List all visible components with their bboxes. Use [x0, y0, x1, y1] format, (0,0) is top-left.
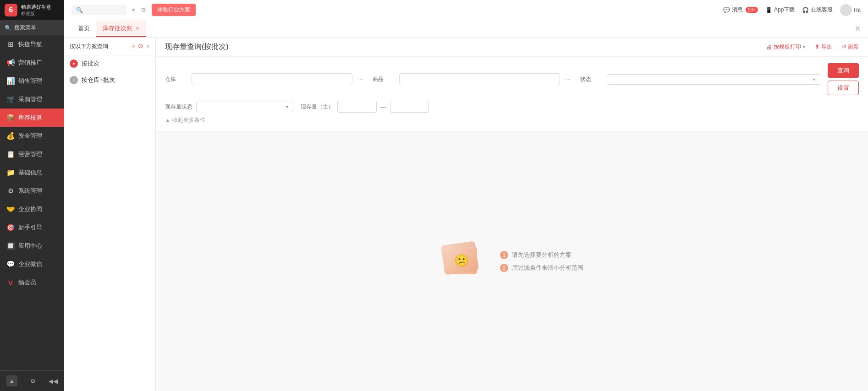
tab-close-icon[interactable]: ✕ — [135, 25, 140, 32]
user-profile[interactable]: Rit — [840, 4, 861, 16]
app-title: 畅康通好生意 标准版 — [21, 4, 51, 16]
page-actions: 🖨 按模板打印 ▾ ⬆ 导出 ↺ 刷新 — [766, 43, 859, 51]
messages-icon: 💬 — [723, 7, 730, 13]
gear-icon[interactable]: ⚙ — [30, 378, 36, 385]
collapse-up-icon: ▲ — [165, 117, 170, 124]
collapse-sidebar-icon[interactable]: ◀◀ — [49, 378, 58, 385]
collapse-panel-icon[interactable]: « — [146, 42, 150, 50]
scheme-inactive-icon: ○ — [70, 76, 78, 84]
product-input[interactable] — [399, 73, 560, 85]
inventory-qty-max[interactable] — [390, 101, 429, 113]
empty-tips: 1 请先选择要分析的方案 2 用过滤条件来缩小分析范围 — [500, 251, 583, 272]
warehouse-label: 仓库 — [165, 76, 188, 83]
product-label: 商品 — [373, 76, 396, 83]
empty-tip-2: 2 用过滤条件来缩小分析范围 — [500, 264, 583, 272]
inventory-status-group: 现存量状态 ▾ — [165, 102, 293, 112]
scheme-item-warehouse-batch[interactable]: ○ 按仓库+批次 — [64, 72, 155, 88]
tip-num-2: 2 — [500, 264, 508, 272]
print-icon: 🖨 — [766, 44, 772, 50]
filter-row-1: 仓库 ··· 商品 ··· 状态 ▾ — [165, 63, 859, 95]
warehouse-more[interactable]: ··· — [356, 76, 365, 83]
experience-button[interactable]: 体验行业方案 — [152, 4, 196, 16]
sidebar-item-operations[interactable]: 📋 经营管理 — [0, 145, 64, 163]
sidebar-item-appstore[interactable]: 🔲 应用中心 — [0, 237, 64, 255]
status-select[interactable]: ▾ — [607, 74, 820, 85]
sidebar-item-wechat[interactable]: 💬 企业微信 — [0, 255, 64, 273]
inventory-status-label: 现存量状态 — [165, 103, 192, 111]
sidebar-item-quicknav[interactable]: ⊞ 快捷导航 — [0, 35, 64, 54]
inventory-status-select[interactable]: ▾ — [196, 102, 293, 112]
empty-state: 😕 1 请先选择要分析的方案 2 用过滤条件来缩小分析范围 — [156, 132, 868, 391]
collapse-more-conditions[interactable]: ▲ 收起更多条件 — [165, 113, 859, 125]
sidebar-search[interactable]: 🔍 搜索菜单 — [0, 20, 64, 35]
sidebar-item-system[interactable]: ⚙ 系统管理 — [0, 182, 64, 200]
messages-badge: 99+ — [746, 7, 758, 13]
marketing-icon: 📢 — [6, 59, 15, 67]
warehouse-input[interactable] — [192, 73, 352, 85]
page-header: 现存量查询(按批次) 🖨 按模板打印 ▾ ⬆ 导出 ↺ 刷 — [156, 38, 868, 57]
phone-icon: 📱 — [765, 7, 772, 13]
divider2 — [837, 44, 837, 50]
close-panel-button[interactable]: ✕ — [855, 24, 861, 33]
empty-tip-1: 1 请先选择要分析的方案 — [500, 251, 583, 259]
tip-num-1: 1 — [500, 251, 508, 259]
headset-icon: 🎧 — [802, 7, 809, 13]
export-icon: ⬆ — [815, 43, 819, 50]
topbar-dropdown-icon[interactable]: ▾ — [132, 6, 135, 13]
sidebar-item-inventory[interactable]: 📦 库存核算 — [0, 109, 64, 127]
filter-area: 仓库 ··· 商品 ··· 状态 ▾ — [156, 57, 868, 132]
tab-inventory-batch[interactable]: 库存批次账 ✕ — [96, 21, 146, 37]
sidebar-item-newbie[interactable]: 🎯 新手引导 — [0, 218, 64, 237]
sidebar-scroll-up[interactable]: ▲ — [6, 375, 17, 386]
export-button[interactable]: ⬆ 导出 — [815, 43, 832, 51]
refresh-button[interactable]: ↺ 刷新 — [842, 43, 859, 51]
dash: — — [380, 103, 386, 110]
sidebar-item-collab[interactable]: 🤝 企业协同 — [0, 200, 64, 218]
sidebar-item-marketing[interactable]: 📢 营销推广 — [0, 54, 64, 72]
newbie-icon: 🎯 — [6, 223, 15, 232]
app-download-btn[interactable]: 📱 App下载 — [765, 6, 795, 14]
main-area: 🔍 ▾ ⚙ 体验行业方案 💬 消息 99+ 📱 App下载 🎧 在线客服 Rit — [64, 0, 868, 391]
sidebar-item-purchase[interactable]: 🛒 采购管理 — [0, 90, 64, 109]
wechat-icon: 💬 — [6, 260, 15, 268]
right-panel: 现存量查询(按批次) 🖨 按模板打印 ▾ ⬆ 导出 ↺ 刷 — [156, 38, 868, 391]
print-button[interactable]: 🖨 按模板打印 ▾ — [766, 43, 805, 51]
inventory-icon: 📦 — [6, 114, 15, 122]
status-label: 状态 — [580, 76, 603, 83]
topbar-settings-icon[interactable]: ⚙ — [141, 6, 146, 13]
tab-home[interactable]: 首页 — [71, 21, 96, 37]
inventory-qty-group: 现存量（主） — — [301, 101, 429, 113]
filter-row-2: 现存量状态 ▾ 现存量（主） — — [165, 101, 859, 113]
query-button[interactable]: 查询 — [828, 63, 859, 78]
sidebar-item-sales[interactable]: 📊 销售管理 — [0, 72, 64, 90]
system-icon: ⚙ — [6, 187, 15, 195]
purchase-icon: 🛒 — [6, 95, 15, 103]
left-panel-actions: + ⊙ « — [131, 42, 150, 50]
scheme-item-batch[interactable]: ● 按批次 — [64, 55, 155, 72]
online-service-btn[interactable]: 🎧 在线客服 — [802, 6, 833, 14]
sidebar-item-member[interactable]: V 畅会员 — [0, 273, 64, 292]
add-scheme-icon[interactable]: + — [131, 42, 135, 50]
sidebar: 6 畅康通好生意 标准版 🔍 搜索菜单 ⊞ 快捷导航 📢 营销推广 📊 销售管理… — [0, 0, 64, 391]
print-dropdown-icon[interactable]: ▾ — [803, 44, 805, 49]
refresh-icon: ↺ — [842, 43, 846, 50]
sidebar-item-finance[interactable]: 💰 资金管理 — [0, 127, 64, 145]
finance-icon: 💰 — [6, 132, 15, 140]
scheme-settings-icon[interactable]: ⊙ — [138, 42, 143, 50]
sidebar-item-basic[interactable]: 📁 基础信息 — [0, 163, 64, 182]
left-panel: 按以下方案查询 + ⊙ « ● 按批次 ○ 按仓库+批次 — [64, 38, 156, 391]
page-title: 现存量查询(按批次) — [165, 42, 229, 52]
topbar: 🔍 ▾ ⚙ 体验行业方案 💬 消息 99+ 📱 App下载 🎧 在线客服 Rit — [64, 0, 868, 20]
avatar — [840, 4, 852, 16]
product-more[interactable]: ··· — [564, 76, 573, 83]
sidebar-header: 6 畅康通好生意 标准版 — [0, 0, 64, 20]
divider — [810, 44, 810, 50]
topbar-search-box[interactable]: 🔍 — [71, 5, 126, 15]
inventory-status-dropdown-icon: ▾ — [286, 104, 288, 109]
messages-btn[interactable]: 💬 消息 99+ — [723, 6, 758, 14]
filter-settings-button[interactable]: 设置 — [828, 81, 859, 95]
app-logo: 6 — [5, 4, 17, 16]
sidebar-nav: ⊞ 快捷导航 📢 营销推广 📊 销售管理 🛒 采购管理 📦 库存核算 💰 资金管… — [0, 35, 64, 370]
inventory-qty-min[interactable] — [337, 101, 377, 113]
inventory-qty-label: 现存量（主） — [301, 103, 334, 111]
